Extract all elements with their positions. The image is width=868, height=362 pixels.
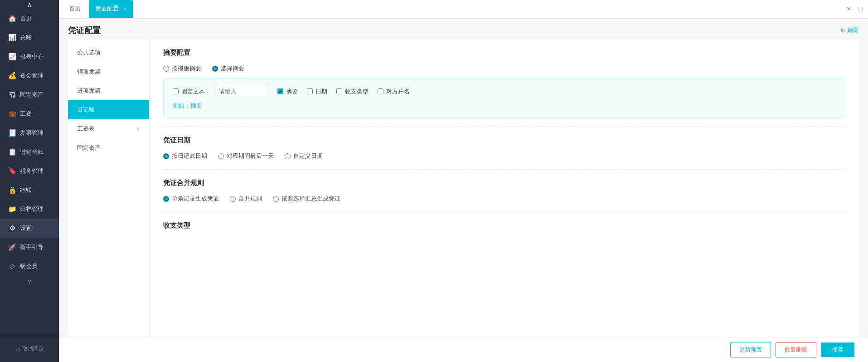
summary-example: 例如：摘要	[173, 102, 836, 110]
sidebar-item-closing[interactable]: 🔒 结账	[0, 181, 59, 200]
sidebar-item-label: 工资	[20, 110, 32, 118]
left-nav-item-public[interactable]: 公共选项	[68, 43, 149, 62]
merge-radio-merge-input[interactable]	[230, 196, 236, 202]
sidebar-scroll-up[interactable]: ∧	[0, 0, 59, 9]
checkbox-fixed-text-input[interactable]	[173, 88, 179, 94]
sidebar-item-label: 进销台账	[20, 148, 44, 156]
fixed-text-input[interactable]	[214, 86, 268, 97]
sidebar-item-reports[interactable]: 📈 报表中心	[0, 47, 59, 66]
left-nav-item-fixed-assets[interactable]: 固定资产	[68, 138, 149, 157]
payroll-icon: 💼	[8, 110, 16, 118]
checkbox-income-type-input[interactable]	[336, 88, 342, 94]
sidebar-item-guide[interactable]: 🚀 新手引导	[0, 238, 59, 257]
voucher-date-title: 凭证日期	[163, 136, 845, 145]
summary-radio-select[interactable]: 选择摘要	[212, 64, 244, 73]
sidebar: ∧ 🏠 首页 📊 总账 📈 报表中心 💰 资金管理 🏗 固定资产 💼 工资 🧾	[0, 0, 59, 362]
summary-radio-select-input[interactable]	[212, 66, 218, 72]
unpin-button[interactable]: ◁ 取消固定	[0, 341, 59, 357]
date-radio-diary-input[interactable]	[163, 153, 169, 159]
sidebar-scroll-down[interactable]: ∨	[0, 276, 59, 287]
left-nav-item-diary[interactable]: 日记账	[68, 100, 149, 119]
tab-voucher-label: 凭证配置	[95, 5, 119, 12]
left-nav-item-sales-invoice[interactable]: 销项发票	[68, 62, 149, 81]
sidebar-item-label: 新手引导	[20, 243, 44, 251]
summary-checkboxes-row: 固定文本 摘要 日期	[173, 86, 836, 97]
date-radio-custom-input[interactable]	[285, 153, 291, 159]
content-wrapper: 凭证配置 ↻ 刷新 公共选项 销项发票 进项发票 日记账	[59, 19, 868, 362]
sidebar-scroll: ∧ 🏠 首页 📊 总账 📈 报表中心 💰 资金管理 🏗 固定资产 💼 工资 🧾	[0, 0, 59, 336]
summary-config-section: 摘要配置 按模版摘要 选择摘要	[163, 49, 845, 127]
date-radio-last-day-label: 对应期间最后一天	[227, 152, 274, 160]
summary-radio-group: 按模版摘要 选择摘要	[163, 64, 845, 73]
main-area: 首页 凭证配置 × × □ 凭证配置 ↻ 刷新 公共选项	[59, 0, 868, 362]
left-nav: 公共选项 销项发票 进项发票 日记账 工资表 ∨ 固定资产	[68, 39, 150, 362]
refresh-label: 刷新	[847, 26, 859, 34]
update-preview-button[interactable]: 更新预置	[730, 342, 771, 357]
summary-config-title: 摘要配置	[163, 49, 845, 57]
sidebar-item-settings[interactable]: ⚙ 设置	[0, 219, 59, 238]
summary-radio-template-input[interactable]	[163, 66, 169, 72]
bottom-bar: 更新预置 批量删除 保存	[59, 337, 868, 362]
checkbox-counterparty-input[interactable]	[378, 88, 383, 94]
sidebar-item-label: 报表中心	[20, 53, 44, 61]
window-maximize-button[interactable]: □	[856, 3, 864, 15]
sidebar-item-ledger[interactable]: 📊 总账	[0, 28, 59, 47]
invoice-icon: 🧾	[8, 129, 16, 137]
date-radio-custom[interactable]: 自定义日期	[285, 152, 323, 160]
window-close-button[interactable]: ×	[845, 3, 853, 15]
left-nav-item-payroll-table[interactable]: 工资表 ∨	[68, 119, 149, 138]
batch-delete-button[interactable]: 批量删除	[776, 342, 816, 357]
sidebar-item-tax[interactable]: 🔖 税务管理	[0, 161, 59, 181]
date-radio-last-day-input[interactable]	[218, 153, 224, 159]
left-nav-label: 日记账	[77, 106, 95, 114]
sidebar-item-assets[interactable]: 🏗 固定资产	[0, 85, 59, 104]
sidebar-item-member[interactable]: ◇ 畅会员	[0, 257, 59, 276]
sidebar-bottom: ◁ 取消固定	[0, 336, 59, 362]
merge-radio-select-summary[interactable]: 按照选择汇总生成凭证	[273, 195, 340, 203]
left-nav-label: 进项发票	[77, 87, 101, 95]
merge-radio-merge-label: 合并规则	[238, 195, 262, 203]
checkbox-counterparty[interactable]: 对方户名	[378, 88, 410, 96]
left-nav-label: 销项发票	[77, 68, 101, 76]
sidebar-item-home[interactable]: 🏠 首页	[0, 9, 59, 28]
checkbox-date-input[interactable]	[307, 88, 313, 94]
date-radio-diary[interactable]: 按日记账日期	[163, 152, 207, 160]
sidebar-item-label: 总账	[20, 34, 32, 42]
refresh-button[interactable]: ↻ 刷新	[840, 26, 859, 34]
tab-close-icon[interactable]: ×	[123, 5, 127, 12]
date-radio-last-day[interactable]: 对应期间最后一天	[218, 152, 274, 160]
merge-radio-single-input[interactable]	[163, 196, 169, 202]
checkbox-date-label: 日期	[315, 88, 327, 96]
sidebar-item-invoice[interactable]: 🧾 发票管理	[0, 123, 59, 142]
checkbox-summary-input[interactable]	[277, 88, 283, 94]
summary-radio-template[interactable]: 按模版摘要	[163, 64, 201, 73]
save-button[interactable]: 保存	[821, 342, 854, 357]
chevron-down-icon: ∨	[27, 278, 32, 285]
sidebar-item-label: 畅会员	[20, 262, 38, 270]
sidebar-item-label: 首页	[20, 15, 32, 23]
sidebar-item-label: 归档管理	[20, 205, 44, 213]
inner-layout: 公共选项 销项发票 进项发票 日记账 工资表 ∨ 固定资产	[59, 39, 868, 362]
checkbox-income-type[interactable]: 收支类型	[336, 88, 369, 96]
member-icon: ◇	[8, 262, 16, 270]
voucher-date-radio-group: 按日记账日期 对应期间最后一天 自定义日期	[163, 152, 845, 160]
merge-radio-merge[interactable]: 合并规则	[230, 195, 262, 203]
unpin-label: 取消固定	[22, 345, 44, 353]
tab-home[interactable]: 首页	[63, 0, 87, 18]
sidebar-item-payroll[interactable]: 💼 工资	[0, 104, 59, 123]
date-radio-diary-label: 按日记账日期	[172, 152, 207, 160]
settings-icon: ⚙	[8, 224, 16, 232]
left-nav-item-purchase-invoice[interactable]: 进项发票	[68, 81, 149, 100]
page-title: 凭证配置	[68, 25, 101, 36]
closing-icon: 🔒	[8, 186, 16, 194]
sidebar-item-archive[interactable]: 📁 归档管理	[0, 200, 59, 219]
merge-radio-select-summary-input[interactable]	[273, 196, 279, 202]
sidebar-item-trade[interactable]: 📋 进销台账	[0, 142, 59, 161]
checkbox-summary[interactable]: 摘要	[277, 88, 298, 96]
checkbox-date[interactable]: 日期	[307, 88, 327, 96]
tab-voucher[interactable]: 凭证配置 ×	[89, 0, 133, 18]
checkbox-fixed-text[interactable]: 固定文本	[173, 88, 205, 96]
merge-radio-single[interactable]: 单条记录生成凭证	[163, 195, 219, 203]
sidebar-item-label: 发票管理	[20, 129, 44, 137]
sidebar-item-funds[interactable]: 💰 资金管理	[0, 66, 59, 85]
